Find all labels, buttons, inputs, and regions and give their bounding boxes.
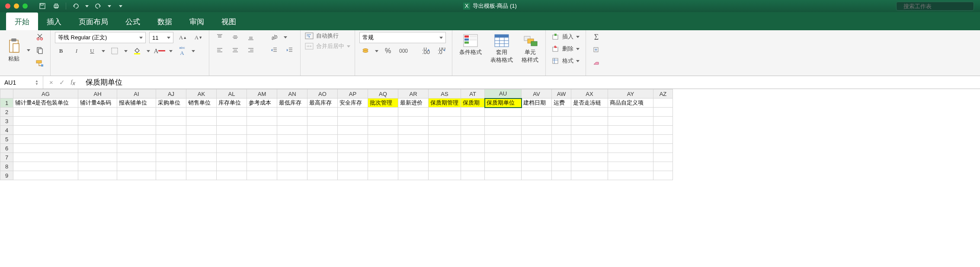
cell[interactable] [217,135,247,144]
wrap-text-button[interactable]: 自动换行 [305,32,350,40]
cell[interactable] [307,108,338,117]
cell[interactable] [522,153,552,162]
font-size-input[interactable] [152,35,164,41]
name-box-input[interactable] [4,79,30,86]
cell[interactable] [247,135,277,144]
cell[interactable] [429,108,461,117]
cell[interactable]: 销售单位 [186,99,217,108]
cell[interactable] [461,171,485,180]
cell[interactable] [429,117,461,126]
cell[interactable] [117,153,156,162]
cell[interactable] [186,108,217,117]
paste-button[interactable]: 粘贴 [4,36,23,64]
cell[interactable] [156,117,186,126]
cell[interactable] [522,162,552,171]
cell[interactable] [156,135,186,144]
col-header[interactable]: AT [461,89,485,99]
cell[interactable] [13,171,78,180]
cell[interactable] [277,171,307,180]
cell[interactable] [78,153,117,162]
cell[interactable] [338,135,368,144]
cell[interactable]: 是否走冻链 [571,99,608,108]
qat-customize[interactable] [119,5,122,7]
cell[interactable]: 库存单位 [217,99,247,108]
cell[interactable] [429,144,461,153]
cell[interactable] [429,153,461,162]
cell[interactable] [13,135,78,144]
percent-button[interactable]: % [382,46,394,56]
cell[interactable] [368,153,398,162]
cell[interactable] [307,153,338,162]
format-cells-button[interactable]: 格式 [550,56,581,66]
cell[interactable] [485,135,522,144]
cell[interactable] [571,108,608,117]
cell[interactable] [338,126,368,135]
cell[interactable] [398,108,429,117]
font-name-input[interactable] [58,35,137,41]
cell[interactable] [368,144,398,153]
cell[interactable] [78,171,117,180]
cell[interactable] [156,171,186,180]
cell[interactable] [217,108,247,117]
cell[interactable] [13,117,78,126]
cell[interactable] [522,117,552,126]
underline-button[interactable]: U [86,46,98,56]
cell[interactable]: 商品自定义项 [608,99,653,108]
cell[interactable] [608,135,653,144]
format-as-table-button[interactable]: 套用 表格格式 [488,32,516,66]
delete-cells-button[interactable]: ×删除 [550,44,581,54]
cell[interactable] [307,126,338,135]
cell[interactable] [608,126,653,135]
insert-cells-button[interactable]: +插入 [550,32,581,41]
cell[interactable]: 保质期 [461,99,485,108]
cell[interactable] [117,135,156,144]
cell[interactable]: 参考成本 [247,99,277,108]
col-header[interactable]: AM [247,89,277,99]
cell[interactable] [571,117,608,126]
cell[interactable] [461,153,485,162]
comma-button[interactable]: 000 [397,46,410,56]
format-painter-button[interactable] [34,58,46,68]
cell[interactable] [522,126,552,135]
cell[interactable] [552,171,571,180]
cell[interactable] [368,108,398,117]
cell[interactable] [653,162,673,171]
col-header[interactable]: AR [398,89,429,99]
cell[interactable] [217,144,247,153]
cell[interactable] [13,108,78,117]
cell[interactable] [485,144,522,153]
cell[interactable] [429,126,461,135]
cell[interactable] [485,126,522,135]
cell[interactable] [156,162,186,171]
col-header[interactable]: AI [117,89,156,99]
search-input[interactable] [903,3,976,10]
increase-indent-button[interactable] [284,45,296,55]
decrease-indent-button[interactable] [268,45,280,55]
phonetic-button[interactable]: abcA [176,46,188,56]
cell[interactable] [247,153,277,162]
cell[interactable] [186,153,217,162]
cell[interactable] [608,108,653,117]
redo-dropdown[interactable] [108,5,111,7]
tab-review[interactable]: 审阅 [181,13,213,30]
cell[interactable] [571,162,608,171]
col-header[interactable]: AY [608,89,653,99]
cell[interactable] [485,117,522,126]
cell[interactable] [217,162,247,171]
cell[interactable] [186,144,217,153]
orientation-dropdown[interactable] [284,36,287,38]
formula-input[interactable] [81,78,980,87]
fx-icon[interactable]: fx [71,78,75,86]
cell[interactable] [156,108,186,117]
cell[interactable] [653,153,673,162]
cell[interactable] [552,144,571,153]
cell[interactable] [307,162,338,171]
cell[interactable]: 最低库存 [277,99,307,108]
cell[interactable]: 报表辅单位 [117,99,156,108]
cell[interactable] [156,126,186,135]
cell[interactable] [429,135,461,144]
cell[interactable]: 建档日期 [522,99,552,108]
name-box-down[interactable]: ▼ [35,83,38,86]
tab-formulas[interactable]: 公式 [117,13,149,30]
underline-dropdown[interactable] [102,50,105,52]
